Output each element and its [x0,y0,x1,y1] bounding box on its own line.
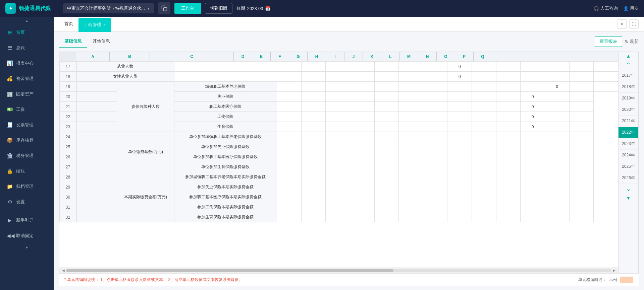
user-button[interactable]: 👤 用友 [623,5,639,11]
sidebar-item-settings[interactable]: ⚙ 设置 [0,194,54,210]
year-panel-up[interactable]: ▲ [619,52,638,60]
sidebar-item-report[interactable]: 📊 报表中心 [0,56,54,71]
cell-18-l[interactable] [472,72,496,82]
cell-18-f[interactable] [326,72,350,82]
tab-close-button[interactable]: × [617,19,627,29]
year-panel-down[interactable]: ⌄ [619,184,638,194]
cell-19-q[interactable] [594,82,618,92]
cell-19-k[interactable] [447,82,472,92]
cell-18-d[interactable] [277,72,302,82]
cell-32-c[interactable]: 参加生育保险本期实际缴费金额 [174,212,277,222]
cell-19-j[interactable] [423,82,447,92]
cell-23-c[interactable]: 生育保险 [174,122,277,132]
cell-18-i[interactable] [399,72,423,82]
sidebar-item-tax[interactable]: 🏦 税务管理 [0,148,54,163]
horizontal-scrollbar[interactable]: ◀ ▶ [59,268,618,273]
year-item-2024[interactable]: 2024年 [619,150,638,161]
cell-19-l[interactable] [472,82,496,92]
sidebar-scroll-down[interactable]: ▼ [0,243,54,251]
year-item-2017[interactable]: 2017年 [619,70,638,81]
sidebar-item-payroll[interactable]: 💵 工资 [0,102,54,117]
year-item-2022[interactable]: 2022年 [619,127,638,138]
tab-business[interactable]: 工商管理 × [78,18,111,32]
sidebar-item-capital[interactable]: 💰 资金管理 [0,71,54,86]
tab-expand-button[interactable]: ⛶ [629,19,639,29]
cell-17-j[interactable] [423,62,447,72]
cell-17-a[interactable]: 从业人数 [76,62,174,72]
cell-23-o[interactable]: 0 [521,122,545,132]
year-item-2025[interactable]: 2025年 [619,161,638,172]
sub-tab-basic[interactable]: 基础信息 [59,35,87,48]
year-item-2020[interactable]: 2020年 [619,104,638,116]
cell-27-c[interactable]: 单位参加生育保险缴费基数 [174,162,277,172]
cell-18-a[interactable]: 女性从业人员 [76,72,174,82]
year-panel-up2[interactable]: ⌃ [619,60,638,70]
calendar-icon[interactable]: 📅 [265,6,270,11]
switch-version-button[interactable]: 切到旧版 [205,3,232,14]
sidebar-item-invoice[interactable]: 🧾 发票管理 [0,117,54,133]
cell-17-k[interactable]: 0 [447,62,472,72]
cell-17-p[interactable] [569,62,594,72]
cell-18-g[interactable] [350,72,374,82]
cell-17-i[interactable] [399,62,423,72]
cell-18-n[interactable] [521,72,545,82]
sub-tab-other[interactable]: 其他信息 [87,35,115,48]
cell-19-p[interactable] [569,82,594,92]
year-item-2023[interactable]: 2023年 [619,138,638,150]
cell-17-g[interactable] [350,62,374,72]
cell-19-c[interactable]: 城镇职工基本养老保险 [174,82,277,92]
scroll-right-arrow[interactable]: ▶ [611,268,617,273]
scroll-track[interactable] [66,269,611,272]
cell-18-c[interactable] [174,72,277,82]
sidebar-item-asset[interactable]: 🏢 固定资产 [0,86,54,102]
year-panel-down2[interactable]: ▼ [619,194,638,202]
cell-18-q[interactable] [594,72,618,82]
service-button[interactable]: 🎧 人工咨询 [594,5,618,11]
cell-17-f[interactable] [326,62,350,72]
year-item-2021[interactable]: 2021年 [619,116,638,127]
cell-17-o[interactable] [545,62,569,72]
cell-30-c[interactable]: 参加职工基本医疗保险本期实际缴费金额 [174,192,277,202]
cell-20-o[interactable]: 0 [521,92,545,102]
scroll-left-arrow[interactable]: ◀ [61,268,66,273]
cell-22-o[interactable]: 0 [521,112,545,122]
cell-19-e[interactable] [301,82,326,92]
tab-home[interactable]: 首页 [59,17,78,31]
cell-26-c[interactable]: 单位参加职工基本医疗保险缴费基数 [174,152,277,162]
cell-19-f[interactable] [326,82,350,92]
refresh-button[interactable]: ↻ 刷新 [625,39,639,45]
cell-17-n[interactable] [521,62,545,72]
sidebar-item-home[interactable]: ⊞ 首页 [0,25,54,40]
sidebar-scroll-up[interactable]: ▲ [0,17,54,25]
cell-19-h[interactable] [374,82,399,92]
tab-close-icon[interactable]: × [103,23,105,27]
cell-17-q[interactable] [594,62,618,72]
cell-18-k[interactable]: 0 [447,72,472,82]
year-item-2019[interactable]: 2019年 [619,93,638,104]
cell-18-m[interactable] [496,72,521,82]
cell-18-h[interactable] [374,72,399,82]
workbench-button[interactable]: 工作台 [174,3,201,14]
cell-19-m[interactable] [496,82,521,92]
cell-18-e[interactable] [301,72,326,82]
cell-19-d[interactable] [277,82,302,92]
cell-17-h[interactable] [374,62,399,72]
cell-19-g[interactable] [350,82,374,92]
cell-19-o[interactable]: 0 [545,82,569,92]
cell-22-c[interactable]: 工伤保险 [174,112,277,122]
cell-18-o[interactable] [545,72,569,82]
sidebar-item-archive[interactable]: 📁 归档管理 [0,179,54,194]
cell-19-i[interactable] [399,82,423,92]
cell-25-c[interactable]: 单位参加失业保险缴费基数 [174,142,277,152]
cell-31-c[interactable]: 参加工伤保险本期实际缴费金额 [174,202,277,212]
cell-20-c[interactable]: 失业保险 [174,92,277,102]
cell-28-c[interactable]: 参加城镇职工基本养老保险本期实际缴费金额 [174,172,277,182]
cell-17-e[interactable] [301,62,326,72]
sidebar-item-newbie[interactable]: ▶ 新手引导 [0,213,54,228]
company-selector[interactable]: 中审众环会计师事务所（特殊普通合伙... ▼ [63,3,154,13]
reset-report-button[interactable]: 重置报表 [595,36,622,47]
sidebar-item-close[interactable]: 🔒 结账 [0,163,54,179]
cell-19-n[interactable] [521,82,545,92]
cell-17-l[interactable] [472,62,496,72]
scroll-thumb[interactable] [66,269,393,272]
